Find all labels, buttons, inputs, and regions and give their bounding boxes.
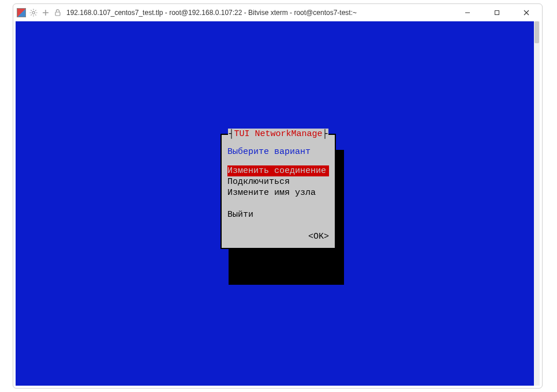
vertical-scrollbar[interactable] [534, 21, 540, 386]
maximize-button[interactable] [484, 4, 510, 21]
app-window: 192.168.0.107_centos7_test.tlp - root@19… [13, 3, 543, 389]
close-button[interactable] [513, 4, 540, 21]
svg-rect-1 [55, 12, 60, 16]
dialog-title-row: ┤ TUI NetworkManage ├ [222, 129, 335, 140]
menu-list: Изменить соединение Подключиться Изменит… [227, 165, 329, 198]
svg-point-0 [32, 12, 35, 14]
lock-icon[interactable] [53, 8, 62, 17]
ok-button[interactable]: <OK> [227, 231, 329, 242]
tui-dialog: ┤ TUI NetworkManage ├ Выберите вариант И… [220, 134, 336, 249]
minimize-button[interactable] [454, 4, 481, 21]
menu-item-connect[interactable]: Подключиться [227, 176, 329, 187]
gear-icon[interactable] [29, 8, 38, 17]
plus-icon[interactable] [41, 8, 50, 17]
title-bracket-left: ┤ [229, 129, 234, 140]
title-bracket-right: ├ [323, 129, 328, 140]
window-title: 192.168.0.107_centos7_test.tlp - root@19… [65, 9, 357, 17]
titlebar[interactable]: 192.168.0.107_centos7_test.tlp - root@19… [13, 4, 542, 21]
svg-rect-3 [495, 11, 499, 15]
scrollbar-thumb[interactable] [534, 21, 539, 43]
menu-item-hostname[interactable]: Измените имя узла [227, 187, 329, 198]
terminal-viewport[interactable]: ┤ TUI NetworkManage ├ Выберите вариант И… [16, 21, 540, 386]
tui-dialog-container: ┤ TUI NetworkManage ├ Выберите вариант И… [220, 134, 336, 249]
dialog-prompt: Выберите вариант [227, 146, 329, 157]
dialog-title: TUI NetworkManage [234, 129, 322, 140]
menu-item-quit[interactable]: Выйти [227, 209, 329, 220]
terminal-app-icon [17, 8, 26, 17]
menu-item-edit-connection[interactable]: Изменить соединение [227, 165, 329, 176]
